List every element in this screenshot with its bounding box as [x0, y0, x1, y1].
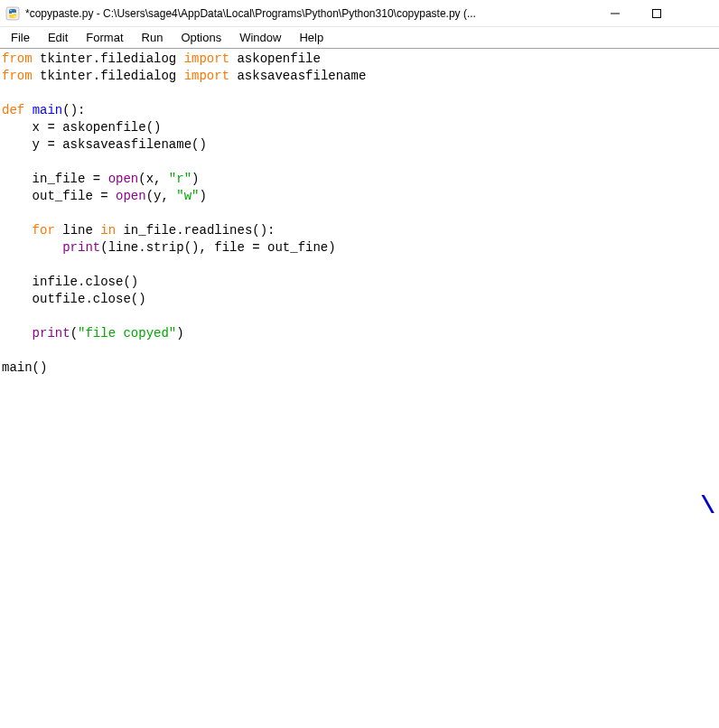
code-line[interactable] — [2, 342, 719, 359]
code-line[interactable]: outfile.close() — [2, 291, 719, 308]
svg-point-1 — [10, 9, 11, 10]
menu-options[interactable]: Options — [173, 29, 229, 46]
svg-point-2 — [14, 15, 14, 16]
code-line[interactable]: in_file = open(x, "r") — [2, 171, 719, 188]
code-line[interactable]: def main(): — [2, 102, 719, 119]
menu-file[interactable]: File — [4, 29, 37, 46]
window-title: *copypaste.py - C:\Users\sage4\AppData\L… — [25, 7, 594, 20]
code-line[interactable]: y = asksaveasfilename() — [2, 136, 719, 154]
titlebar: *copypaste.py - C:\Users\sage4\AppData\L… — [0, 0, 719, 27]
svg-rect-4 — [653, 9, 661, 17]
menu-edit[interactable]: Edit — [41, 29, 75, 46]
code-line[interactable]: out_file = open(y, "w") — [2, 188, 719, 205]
code-line[interactable] — [2, 257, 719, 274]
menu-format[interactable]: Format — [79, 29, 130, 46]
code-line[interactable] — [2, 308, 719, 325]
code-line[interactable]: print(line.strip(), file = out_fine) — [2, 239, 719, 257]
python-idle-icon — [5, 6, 20, 21]
code-line[interactable]: main() — [2, 359, 719, 377]
code-line[interactable] — [2, 205, 719, 222]
code-line[interactable]: x = askopenfile() — [2, 119, 719, 136]
menu-window[interactable]: Window — [232, 29, 288, 46]
partial-glyph: \ — [700, 492, 715, 520]
maximize-button[interactable] — [636, 0, 677, 27]
code-line[interactable] — [2, 154, 719, 171]
menubar: File Edit Format Run Options Window Help — [0, 27, 719, 49]
menu-help[interactable]: Help — [292, 29, 331, 46]
menu-run[interactable]: Run — [135, 29, 171, 46]
code-line[interactable] — [2, 85, 719, 102]
code-line[interactable]: from tkinter.filedialog import askopenfi… — [2, 51, 719, 68]
code-line[interactable]: from tkinter.filedialog import asksaveas… — [2, 68, 719, 85]
code-line[interactable]: infile.close() — [2, 274, 719, 291]
code-line[interactable]: for line in in_file.readlines(): — [2, 222, 719, 239]
code-line[interactable]: print("file copyed") — [2, 325, 719, 342]
window-controls — [594, 0, 719, 27]
code-editor[interactable]: from tkinter.filedialog import askopenfi… — [0, 49, 719, 378]
minimize-button[interactable] — [594, 0, 636, 27]
